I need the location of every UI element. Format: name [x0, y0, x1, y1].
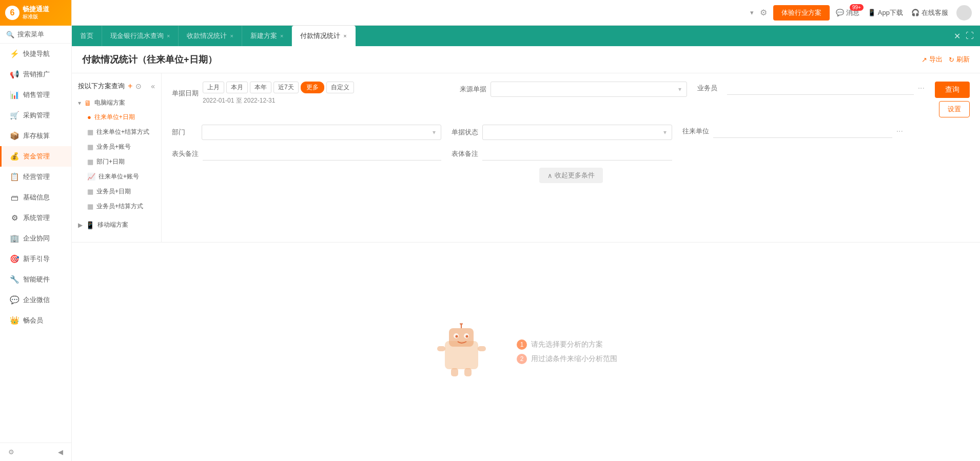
related-unit-input[interactable]: [713, 125, 892, 138]
footer-collapse-icon[interactable]: ◀: [58, 448, 63, 456]
user-avatar[interactable]: [956, 5, 972, 21]
tab-cashflow[interactable]: 现金银行流水查询 ×: [102, 26, 179, 46]
sidebar-item-wechat[interactable]: 💬 企业微信: [0, 290, 71, 310]
export-label: 导出: [929, 55, 943, 64]
collapse-more-btn[interactable]: ∧ 收起更多条件: [539, 168, 603, 183]
logo-sub: 标准版: [23, 13, 49, 21]
source-select[interactable]: ▾: [491, 82, 687, 97]
scheme-desktop-group: ▾ 🖥 电脑端方案 ● 往来单位+日期 ▦ 往来单位+结算方式 ▦ 业务员: [72, 96, 161, 214]
collapse-label: 收起更多条件: [555, 171, 595, 180]
query-btn[interactable]: 查询: [935, 82, 970, 98]
trial-btn[interactable]: 体验行业方案: [773, 5, 830, 21]
form-field-source: 来源单据 ▾: [460, 82, 687, 97]
message-icon: 💬: [836, 9, 844, 16]
tab-newscheme-label: 新建方案: [250, 31, 277, 41]
sidebar: 6 畅捷通道 标准版 🔍 搜索菜单 ⚡ 快捷导航 📢 营销推广 📊 销售管理 🛒…: [0, 0, 72, 461]
scheme-item-staff-date[interactable]: ▦ 业务员+日期: [72, 184, 161, 199]
sidebar-item-guide[interactable]: 🎯 新手引导: [0, 249, 71, 269]
tab-close-all-icon[interactable]: ✕: [954, 31, 961, 41]
service-label: 在线客服: [922, 8, 948, 17]
tab-payment[interactable]: 付款情况统计 ×: [292, 26, 355, 46]
app-download-btn[interactable]: 📱 App下载: [868, 8, 903, 17]
staff-input[interactable]: [727, 82, 914, 95]
sidebar-footer: ⚙ ◀: [0, 443, 71, 461]
sidebar-item-capital[interactable]: 💰 资金管理: [0, 146, 71, 167]
tab-home[interactable]: 首页: [72, 26, 102, 46]
sidebar-item-marketing[interactable]: 📢 营销推广: [0, 64, 71, 85]
refresh-btn[interactable]: ↻ 刷新: [949, 55, 970, 64]
sidebar-item-quicknav[interactable]: ⚡ 快捷导航: [0, 44, 71, 64]
header-note-label: 表头备注: [172, 149, 199, 158]
sidebar-item-operation[interactable]: 📋 经营管理: [0, 167, 71, 187]
empty-num-1: 1: [517, 339, 527, 350]
date-btn-last7[interactable]: 近7天: [273, 82, 299, 93]
date-btn-last-month[interactable]: 上月: [203, 82, 224, 93]
tab-payment-close[interactable]: ×: [343, 33, 346, 39]
tab-newscheme-close[interactable]: ×: [280, 33, 283, 39]
main-area: ▾ ⚙ 体验行业方案 💬 消息 99+ 📱 App下载 🎧 在线客服 首页: [72, 0, 980, 461]
tabbar: 首页 现金银行流水查询 × 收款情况统计 × 新建方案 × 付款情况统计 × ✕…: [72, 26, 980, 46]
date-btn-this-year[interactable]: 本年: [250, 82, 271, 93]
topbar-gear-icon[interactable]: ⚙: [760, 8, 767, 17]
tab-cashflow-close[interactable]: ×: [167, 33, 170, 39]
form-row-1: 单据日期 上月 本月 本年 近7天 更多 自定义 2022-01-01 至 20…: [172, 82, 970, 117]
sidebar-item-purchase[interactable]: 🛒 采购管理: [0, 105, 71, 126]
sidebar-item-system[interactable]: ⚙ 系统管理: [0, 208, 71, 228]
page-title: 付款情况统计（往来单位+日期）: [82, 53, 217, 66]
sidebar-item-member[interactable]: 👑 畅会员: [0, 310, 71, 331]
staff-label: 业务员: [697, 84, 723, 93]
sidebar-item-inventory[interactable]: 📦 库存核算: [0, 126, 71, 146]
svg-point-7: [460, 323, 463, 325]
sidebar-item-hardware[interactable]: 🔧 智能硬件: [0, 269, 71, 290]
service-btn[interactable]: 🎧 在线客服: [911, 8, 948, 17]
sidebar-item-enterprise[interactable]: 🏢 企业协同: [0, 228, 71, 249]
sidebar-item-basic[interactable]: 🗃 基础信息: [0, 187, 71, 208]
page-content: 付款情况统计（往来单位+日期） ↗ 导出 ↻ 刷新 按以下方案查询 + ⊙: [72, 46, 980, 461]
header-note-input[interactable]: [203, 147, 441, 161]
topbar-dropdown-icon[interactable]: ▾: [750, 9, 754, 16]
export-icon: ↗: [922, 56, 927, 64]
dept-select[interactable]: ▾: [202, 125, 441, 140]
sidebar-nav: ⚡ 快捷导航 📢 营销推广 📊 销售管理 🛒 采购管理 📦 库存核算 💰 资金管…: [0, 44, 71, 443]
footer-settings-icon[interactable]: ⚙: [8, 448, 14, 456]
settings-small-btn[interactable]: 设置: [939, 101, 970, 117]
scheme-group-mobile[interactable]: ▶ 📱 移动端方案: [72, 218, 161, 232]
date-btn-custom[interactable]: 自定义: [326, 82, 354, 93]
body-note-input[interactable]: [482, 147, 672, 161]
scheme-item-dept-date[interactable]: ▦ 部门+日期: [72, 154, 161, 169]
date-range-text: 2022-01-01 至 2022-12-31: [203, 96, 354, 105]
tab-receivable[interactable]: 收款情况统计 ×: [179, 26, 242, 46]
date-btn-this-month[interactable]: 本月: [226, 82, 248, 93]
sidebar-item-sales[interactable]: 📊 销售管理: [0, 85, 71, 105]
scheme-item-staff-settlement[interactable]: ▦ 业务员+结算方式: [72, 199, 161, 214]
scheme-item-unit-settlement[interactable]: ▦ 往来单位+结算方式: [72, 125, 161, 139]
svg-rect-10: [451, 368, 458, 376]
scheme-collapse-btn[interactable]: «: [151, 82, 155, 90]
scheme-settings-btn[interactable]: ⊙: [135, 82, 142, 90]
voucher-status-select[interactable]: ▾: [482, 125, 672, 140]
scheme-item-unit-date[interactable]: ● 往来单位+日期: [72, 110, 161, 125]
tab-expand-icon[interactable]: ⛶: [966, 31, 974, 41]
query-actions: 查询 设置: [935, 82, 970, 117]
form-field-dept: 部门 ▾: [172, 125, 441, 140]
scheme-group-arrow: ▶: [78, 222, 83, 229]
page-header-actions: ↗ 导出 ↻ 刷新: [922, 55, 970, 64]
scheme-mobile-label: 移动端方案: [97, 221, 128, 229]
scheme-item-unit-account[interactable]: 📈 往来单位+账号: [72, 169, 161, 184]
scheme-item-label: 业务员+账号: [96, 143, 131, 151]
date-btns: 上月 本月 本年 近7天 更多 自定义: [203, 82, 354, 93]
scheme-add-btn[interactable]: +: [128, 82, 132, 91]
scheme-item-staff-account[interactable]: ▦ 业务员+账号: [72, 139, 161, 154]
scheme-item-icon: 📈: [87, 173, 95, 181]
tab-newscheme[interactable]: 新建方案 ×: [242, 26, 292, 46]
related-unit-dots-btn[interactable]: ···: [896, 127, 903, 136]
date-btn-more[interactable]: 更多: [301, 82, 324, 93]
search-menu[interactable]: 🔍 搜索菜单: [0, 26, 71, 44]
scheme-desktop-label: 电脑端方案: [94, 98, 125, 107]
tab-receivable-close[interactable]: ×: [230, 33, 233, 39]
messages-btn[interactable]: 💬 消息 99+: [836, 8, 859, 17]
scheme-group-desktop[interactable]: ▾ 🖥 电脑端方案: [72, 96, 161, 110]
dept-label: 部门: [172, 128, 198, 137]
export-btn[interactable]: ↗ 导出: [922, 55, 943, 64]
staff-dots-btn[interactable]: ···: [918, 84, 925, 93]
